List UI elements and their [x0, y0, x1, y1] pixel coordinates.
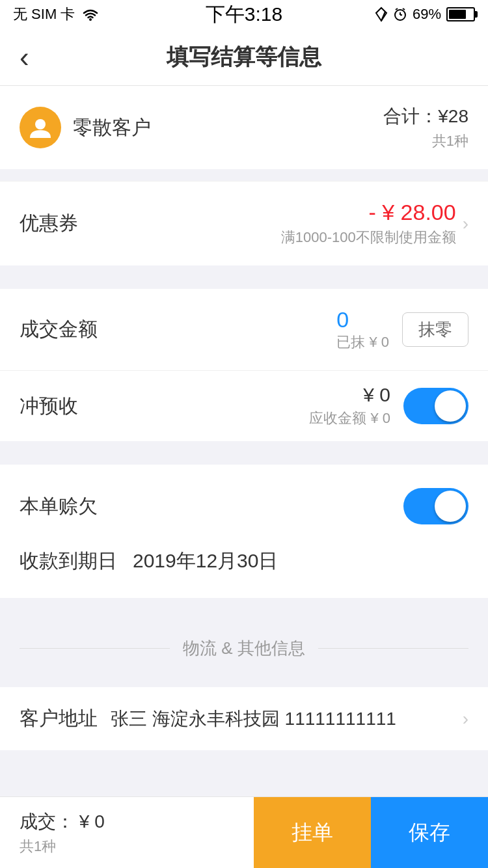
customer-avatar — [20, 107, 61, 148]
customer-name: 零散客户 — [73, 115, 151, 141]
hang-button[interactable]: 挂单 — [254, 797, 371, 868]
precharge-right: ¥ 0 应收金额 ¥ 0 — [309, 384, 468, 428]
coupon-amount: - ¥ 28.00 — [281, 200, 456, 225]
wifi-icon — [81, 8, 100, 21]
due-date-label: 收款到期日 — [20, 548, 117, 575]
logistics-header: 物流 & 其他信息 — [0, 621, 488, 675]
section-divider-1 — [0, 277, 488, 289]
svg-line-5 — [403, 8, 405, 10]
chevron-right-icon: › — [463, 213, 468, 234]
address-row[interactable]: 客户地址 张三 海淀永丰科技园 11111111111 › — [0, 687, 488, 750]
address-chevron-icon: › — [463, 709, 468, 729]
coupon-value: - ¥ 28.00 满1000-100不限制使用金额 — [281, 200, 456, 247]
precharge-toggle[interactable] — [403, 388, 468, 424]
bottom-count: 共1种 — [20, 837, 234, 856]
debt-toggle[interactable] — [403, 488, 468, 524]
precharge-amount-block: ¥ 0 应收金额 ¥ 0 — [309, 384, 390, 428]
transaction-label: 成交金额 — [20, 316, 98, 343]
status-bar: 无 SIM 卡 下午3:18 69% — [0, 0, 488, 29]
transaction-amount-value: 0 — [336, 307, 389, 332]
precharge-amount: ¥ 0 — [309, 384, 390, 406]
transaction-sub-text: 已抹 ¥ 0 — [336, 332, 389, 352]
battery-icon — [446, 7, 475, 21]
address-section: 客户地址 张三 海淀永丰科技园 11111111111 › — [0, 687, 488, 750]
address-label: 客户地址 — [20, 705, 111, 732]
precharge-row: 冲预收 ¥ 0 应收金额 ¥ 0 — [0, 371, 488, 441]
section-divider-2 — [0, 453, 488, 465]
signal-text: 无 SIM 卡 — [13, 5, 75, 24]
svg-point-6 — [35, 119, 46, 129]
debt-section: 本单赊欠 收款到期日 2019年12月30日 — [0, 465, 488, 598]
alarm-icon — [393, 7, 407, 21]
customer-right: 合计：¥28 共1种 — [383, 104, 468, 151]
coupon-desc: 满1000-100不限制使用金额 — [281, 228, 456, 247]
back-button[interactable]: ‹ — [20, 43, 29, 72]
location-icon — [375, 7, 388, 22]
customer-row: 零散客户 合计：¥28 共1种 — [0, 86, 488, 169]
customer-total: 合计：¥28 — [383, 104, 468, 129]
coupon-row[interactable]: 优惠券 - ¥ 28.00 满1000-100不限制使用金额 › — [0, 181, 488, 265]
status-bar-time: 下午3:18 — [206, 1, 282, 28]
toggle-knob — [435, 390, 466, 422]
bottom-deal: 成交： ¥ 0 — [20, 809, 234, 834]
battery-percent: 69% — [413, 6, 441, 23]
debt-row: 本单赊欠 — [0, 465, 488, 548]
transaction-section: 成交金额 0 已抹 ¥ 0 抹零 冲预收 ¥ 0 应收金额 ¥ 0 — [0, 289, 488, 441]
page-title: 填写结算等信息 — [167, 42, 321, 72]
debt-label: 本单赊欠 — [20, 493, 98, 520]
debt-toggle-knob — [435, 491, 466, 522]
precharge-sub: 应收金额 ¥ 0 — [309, 409, 390, 428]
round-button[interactable]: 抹零 — [402, 312, 468, 347]
due-date-row: 收款到期日 2019年12月30日 — [0, 548, 488, 598]
user-icon — [27, 115, 53, 141]
svg-line-4 — [396, 8, 398, 10]
customer-section: 零散客户 合计：¥28 共1种 — [0, 86, 488, 169]
deal-amount: ¥ 0 — [79, 811, 105, 832]
due-date-value: 2019年12月30日 — [133, 548, 278, 575]
nav-bar: ‹ 填写结算等信息 — [0, 29, 488, 86]
section-divider-3 — [0, 610, 488, 621]
coupon-label: 优惠券 — [20, 210, 78, 237]
svg-point-0 — [89, 18, 92, 21]
deal-label: 成交： — [20, 811, 74, 832]
status-bar-left: 无 SIM 卡 — [13, 5, 100, 24]
bottom-buttons: 挂单 保存 — [254, 797, 488, 868]
logistics-label: 物流 & 其他信息 — [183, 637, 305, 660]
customer-count: 共1种 — [383, 131, 468, 151]
logistics-section: 物流 & 其他信息 — [0, 621, 488, 675]
bottom-info: 成交： ¥ 0 共1种 — [0, 809, 254, 856]
transaction-right: 0 已抹 ¥ 0 抹零 — [336, 307, 468, 352]
coupon-section: 优惠券 - ¥ 28.00 满1000-100不限制使用金额 › — [0, 181, 488, 265]
customer-left: 零散客户 — [20, 107, 151, 148]
transaction-amount-row: 成交金额 0 已抹 ¥ 0 抹零 — [0, 289, 488, 371]
precharge-label: 冲预收 — [20, 393, 78, 420]
bottom-bar: 成交： ¥ 0 共1种 挂单 保存 — [0, 796, 488, 868]
address-value: 张三 海淀永丰科技园 11111111111 — [111, 707, 463, 731]
save-button[interactable]: 保存 — [371, 797, 488, 868]
status-bar-right: 69% — [375, 6, 475, 23]
coupon-right: - ¥ 28.00 满1000-100不限制使用金额 › — [281, 200, 468, 247]
